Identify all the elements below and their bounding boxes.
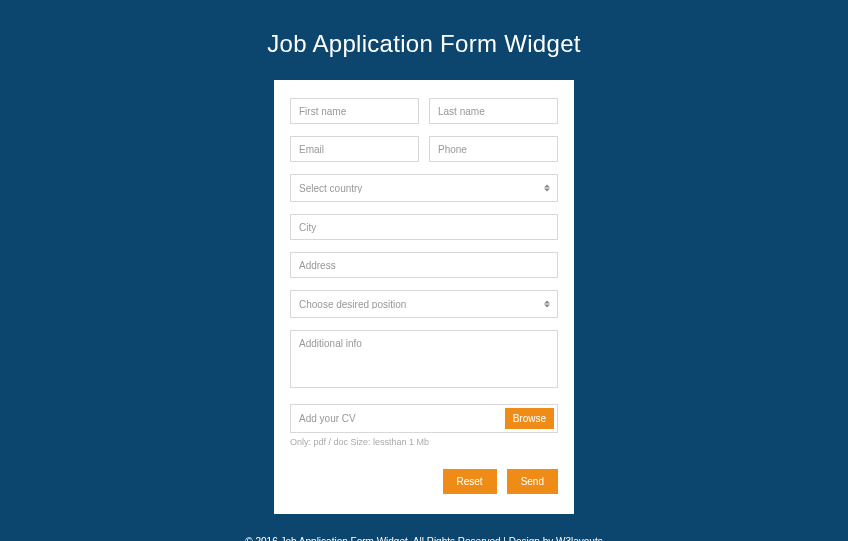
last-name-input[interactable] (429, 98, 558, 124)
footer-link[interactable]: W3layouts (556, 536, 603, 541)
footer: © 2016 Job Application Form Widget. All … (0, 514, 848, 541)
city-input[interactable] (290, 214, 558, 240)
country-select[interactable]: Select country (290, 174, 558, 202)
cv-upload: Add your CV Browse (290, 404, 558, 433)
info-textarea[interactable] (290, 330, 558, 388)
cv-label: Add your CV (294, 413, 505, 424)
cv-hint: Only: pdf / doc Size: lessthan 1 Mb (290, 437, 558, 447)
position-select[interactable]: Choose desired position (290, 290, 558, 318)
email-input[interactable] (290, 136, 419, 162)
send-button[interactable]: Send (507, 469, 558, 494)
form-card: Select country Choose desired position A… (274, 80, 574, 514)
browse-button[interactable]: Browse (505, 408, 554, 429)
footer-text: © 2016 Job Application Form Widget. All … (245, 536, 556, 541)
first-name-input[interactable] (290, 98, 419, 124)
phone-input[interactable] (429, 136, 558, 162)
page-title: Job Application Form Widget (0, 0, 848, 80)
reset-button[interactable]: Reset (443, 469, 497, 494)
address-input[interactable] (290, 252, 558, 278)
